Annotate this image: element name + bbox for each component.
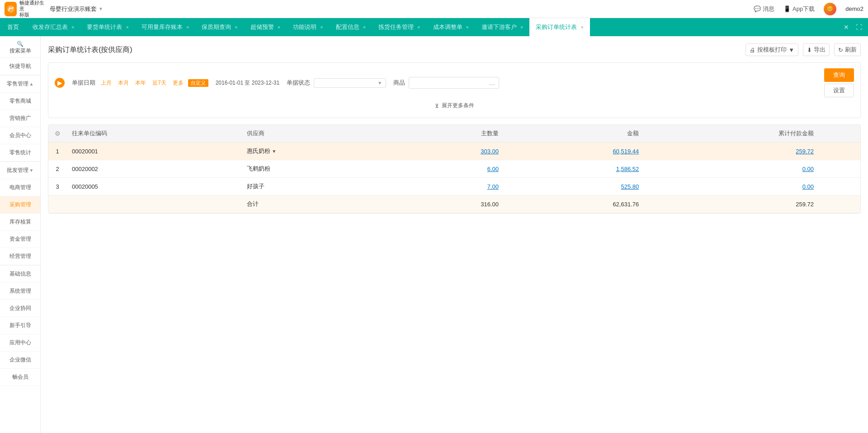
user-avatar[interactable]: 😊 — [824, 3, 836, 15]
table-row[interactable]: 3 00020005 好孩子 7.00 525.80 0.00 — [48, 178, 860, 195]
column-settings-icon[interactable]: ⚙ — [54, 130, 61, 137]
app-name: 畅捷通好生意 标版 — [19, 0, 45, 18]
nav-tab-close-5[interactable]: × — [320, 24, 323, 30]
sidebar-item-quick-nav[interactable]: 快捷导航 — [0, 58, 40, 75]
row-paid-1[interactable]: 259.72 — [644, 143, 819, 160]
home-label: 首页 — [7, 23, 19, 31]
user-name[interactable]: demo2 — [845, 5, 863, 12]
filter-group-goods: 商品 … — [393, 77, 499, 89]
nav-tab-3[interactable]: 保质期查询 × — [195, 18, 244, 36]
sidebar-item-retail-mgmt[interactable]: 零售管理 ▲ — [0, 76, 40, 93]
sidebar-search[interactable]: 🔍 搜索菜单 — [0, 36, 40, 58]
sidebar-item-enterprise-collab[interactable]: 企业协同 — [0, 300, 40, 317]
row-amount-1[interactable]: 60,519.44 — [504, 143, 644, 160]
header-right: 💬 消息 📱 App下载 😊 demo2 — [754, 3, 863, 15]
row-amount-2[interactable]: 1,586.52 — [504, 160, 644, 178]
date-shortcut-this-month[interactable]: 本月 — [116, 79, 131, 87]
nav-tab-close-9[interactable]: × — [520, 24, 523, 30]
nav-tab-close-3[interactable]: × — [235, 24, 237, 30]
nav-tab-1[interactable]: 要货单统计表 × — [80, 18, 135, 36]
nav-tab-close-6[interactable]: × — [363, 24, 366, 30]
table-row[interactable]: 2 00020002 飞鹤奶粉 6.00 1,586.52 0.00 — [48, 160, 860, 178]
footer-main-qty: 316.00 — [395, 195, 504, 213]
nav-tab-close-2[interactable]: × — [186, 24, 189, 30]
print-button[interactable]: 🖨 按模板打印 ▼ — [745, 43, 798, 56]
row-expand-icon-1[interactable]: ▼ — [272, 149, 276, 154]
nav-tab-6[interactable]: 配置信息 × — [330, 18, 372, 36]
nav-tab-close-7[interactable]: × — [417, 24, 420, 30]
workspace-selector[interactable]: 母婴行业演示账套 ▼ — [45, 5, 754, 13]
nav-tab-9[interactable]: 邀请下游客户 × — [475, 18, 529, 36]
sidebar-item-member-center[interactable]: 会员中心 — [0, 127, 40, 144]
row-main-qty-2[interactable]: 6.00 — [395, 160, 504, 178]
sidebar-item-new-guide[interactable]: 新手引导 — [0, 317, 40, 334]
nav-tab-10[interactable]: 采购订单统计表 × — [529, 18, 590, 36]
sidebar-item-basic-info[interactable]: 基础信息 — [0, 266, 40, 283]
date-shortcut-last-month[interactable]: 上月 — [99, 79, 113, 87]
settings-button[interactable]: 设置 — [824, 84, 854, 97]
nav-tab-close-8[interactable]: × — [466, 24, 469, 30]
sidebar-item-marketing[interactable]: 营销推广 — [0, 110, 40, 127]
sidebar-item-ecommerce[interactable]: 电商管理 — [0, 179, 40, 196]
nav-tab-8[interactable]: 成本调整单 × — [427, 18, 475, 36]
row-supplier-1: 惠氏奶粉 ▼ — [241, 143, 395, 160]
nav-tab-close-0[interactable]: × — [71, 24, 74, 30]
nav-tab-close-10[interactable]: × — [580, 24, 583, 30]
nav-tab-label-7: 拣货任务管理 — [378, 23, 414, 31]
date-shortcut-7days[interactable]: 近7天 — [151, 79, 168, 87]
row-amount-3[interactable]: 525.80 — [504, 178, 644, 195]
workspace-name: 母婴行业演示账套 — [50, 5, 97, 13]
top-header: 畅捷通好生意 标版 母婴行业演示账套 ▼ 💬 消息 📱 App下载 😊 demo… — [0, 0, 868, 18]
nav-maximize-icon[interactable]: ⛶ — [854, 22, 864, 33]
nav-tab-4[interactable]: 超储预警 × — [244, 18, 287, 36]
message-button[interactable]: 💬 消息 — [754, 5, 774, 13]
status-select[interactable]: ▼ — [314, 78, 386, 88]
sidebar-item-app-center[interactable]: 应用中心 — [0, 334, 40, 352]
date-shortcut-this-year[interactable]: 本年 — [133, 79, 148, 87]
row-extra-1 — [819, 143, 860, 160]
row-paid-2[interactable]: 0.00 — [644, 160, 819, 178]
sidebar-item-enterprise-wechat[interactable]: 企业微信 — [0, 352, 40, 369]
goods-input[interactable]: … — [409, 77, 499, 89]
nav-close-all-icon[interactable]: ✕ — [841, 22, 852, 33]
nav-tab-7[interactable]: 拣货任务管理 × — [372, 18, 426, 36]
footer-paid-amount: 259.72 — [644, 195, 819, 213]
date-shortcut-more[interactable]: 更多 — [171, 79, 185, 87]
nav-tab-0[interactable]: 收发存汇总表 × — [26, 18, 80, 36]
sidebar-item-purchase-mgmt[interactable]: 采购管理 — [0, 196, 40, 214]
row-paid-3[interactable]: 0.00 — [644, 178, 819, 195]
workspace-arrow-icon: ▼ — [99, 6, 103, 11]
row-main-qty-3[interactable]: 7.00 — [395, 178, 504, 195]
refresh-button[interactable]: ↻ 刷新 — [834, 43, 861, 56]
filter-toggle-button[interactable]: ▶ — [55, 78, 65, 88]
sidebar-item-operations[interactable]: 经营管理 — [0, 248, 40, 265]
footer-row: 合计 316.00 62,631.76 259.72 — [48, 195, 860, 213]
row-main-qty-1[interactable]: 303.00 — [395, 143, 504, 160]
nav-tab-home[interactable]: 首页 — [0, 18, 26, 36]
export-button[interactable]: ⬇ 导出 — [803, 43, 830, 56]
sidebar-item-finance[interactable]: 资金管理 — [0, 231, 40, 248]
date-custom-badge[interactable]: 自定义 — [188, 79, 208, 87]
page-title: 采购订单统计表(按供应商) — [48, 45, 132, 55]
sidebar-item-system-mgmt[interactable]: 系统管理 — [0, 283, 40, 300]
goods-input-more-icon[interactable]: … — [489, 79, 495, 86]
nav-tab-close-4[interactable]: × — [278, 24, 280, 30]
sidebar-item-inventory[interactable]: 库存核算 — [0, 214, 40, 231]
footer-empty-1 — [48, 195, 66, 213]
sidebar-item-retail-stats[interactable]: 零售统计 — [0, 144, 40, 162]
nav-tab-5[interactable]: 功能说明 × — [287, 18, 329, 36]
nav-tab-2[interactable]: 可用量库存账本 × — [135, 18, 195, 36]
sidebar-item-wholesale-mgmt[interactable]: 批发管理 ▼ — [0, 162, 40, 179]
sidebar-item-retail-mall[interactable]: 零售商城 — [0, 93, 40, 110]
content-area: 采购订单统计表(按供应商) 🖨 按模板打印 ▼ ⬇ 导出 ↻ 刷新 — [41, 36, 868, 433]
table-row[interactable]: 1 00020001 惠氏奶粉 ▼ 303.00 60,519.44 259.7… — [48, 143, 860, 160]
query-button[interactable]: 查询 — [824, 68, 854, 82]
app-download-button[interactable]: 📱 App下载 — [783, 5, 815, 13]
nav-tab-label-4: 超储预警 — [250, 23, 274, 31]
nav-tab-close-1[interactable]: × — [126, 24, 128, 30]
title-actions: 🖨 按模板打印 ▼ ⬇ 导出 ↻ 刷新 — [745, 43, 861, 56]
sidebar-item-member-vip[interactable]: 畅会员 — [0, 369, 40, 386]
row-unit-code-2: 00020002 — [66, 160, 241, 178]
expand-more-conditions[interactable]: ⊻ 展开更多条件 — [55, 99, 854, 112]
table-container: ⚙ 往来单位编码 供应商 主数量 金额 累计付款金额 1 — [48, 124, 861, 214]
